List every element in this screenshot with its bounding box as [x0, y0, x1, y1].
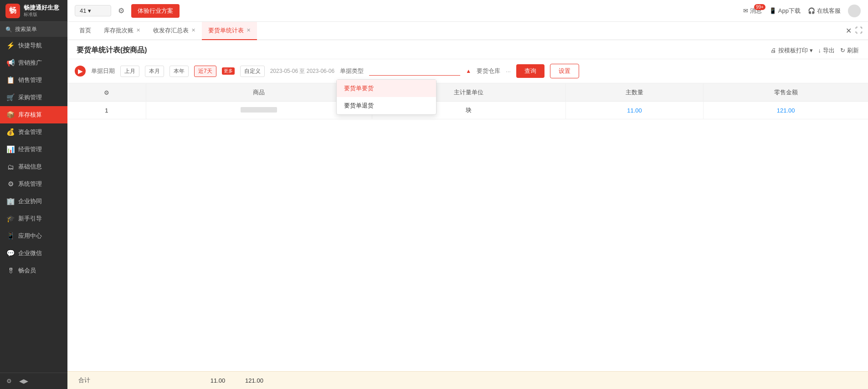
table-settings-icon[interactable]: ⚙: [104, 89, 109, 96]
data-table: ⚙ 商品 主计量单位 主数量 零售金额 1 块: [67, 84, 868, 119]
tab-receipt-summary[interactable]: 收发存汇总表 ✕: [147, 22, 202, 40]
warehouse-filter-dots[interactable]: ···: [506, 68, 511, 75]
app-download-btn[interactable]: 📱 App下载: [769, 7, 801, 15]
tab-receipt-summary-label: 收发存汇总表: [153, 26, 189, 35]
tab-inventory-batch[interactable]: 库存批次账 ✕: [98, 22, 147, 40]
selector-chevron-icon: ▾: [88, 7, 91, 14]
logo-main: 畅捷通好生意: [24, 4, 59, 12]
sidebar-item-marketing[interactable]: 📢 营销推广: [0, 54, 67, 72]
sidebar-item-label: 快捷导航: [18, 41, 42, 50]
sidebar-item-finance[interactable]: 💰 资金管理: [0, 123, 67, 141]
footer-quantity: 11.00: [200, 377, 236, 384]
sidebar-item-operations[interactable]: 📊 经营管理: [0, 141, 67, 158]
filter-expand-btn[interactable]: ▶: [75, 66, 86, 77]
tabs-close-all-icon[interactable]: ✕: [846, 26, 852, 35]
last-month-btn[interactable]: 上月: [120, 66, 139, 77]
purchase-icon: 🛒: [6, 93, 15, 102]
filter-settings-btn[interactable]: 设置: [550, 64, 579, 78]
table-header-row: ⚙ 商品 主计量单位 主数量 零售金额: [67, 84, 868, 102]
sidebar-item-label: 库存核算: [18, 111, 42, 119]
custom-date-btn[interactable]: 自定义: [240, 66, 265, 77]
sidebar-item-wechat[interactable]: 💬 企业微信: [0, 245, 67, 262]
dropdown-item-demand-order[interactable]: 要货单要货: [337, 80, 436, 97]
user-avatar[interactable]: [848, 5, 861, 17]
online-service-btn[interactable]: 🎧 在线客服: [808, 7, 841, 15]
page-header: 要货单统计表(按商品) 🖨 按模板打印 ▾ ↓ 导出 ↻ 刷新: [67, 40, 868, 59]
sidebar-item-app-center[interactable]: 📱 应用中心: [0, 227, 67, 245]
topbar-settings-btn[interactable]: ⚙: [115, 5, 128, 17]
tab-demand-summary[interactable]: 要货单统计表 ✕: [202, 22, 257, 40]
refresh-label: 刷新: [847, 46, 859, 55]
type-dropdown: 要货单要货 要货单退货: [336, 79, 437, 115]
sidebar-item-guide[interactable]: 🎓 新手引导: [0, 210, 67, 227]
sidebar-item-label: 企业微信: [18, 249, 42, 257]
operations-icon: 📊: [6, 145, 15, 154]
logo-sub: 标准版: [24, 11, 59, 17]
date-more-badge[interactable]: 更多: [222, 67, 235, 75]
this-month-btn[interactable]: 本月: [145, 66, 164, 77]
quick-nav-icon: ⚡: [6, 41, 15, 50]
last-7days-btn[interactable]: 近7天: [194, 66, 216, 77]
basic-info-icon: 🗂: [6, 163, 15, 171]
sidebar-item-vip[interactable]: 🎖 畅会员: [0, 262, 67, 279]
export-btn[interactable]: ↓ 导出: [818, 46, 835, 55]
product-placeholder: [241, 107, 277, 113]
refresh-btn[interactable]: ↻ 刷新: [840, 46, 859, 55]
query-btn[interactable]: 查询: [516, 64, 544, 78]
sidebar-search[interactable]: 🔍 搜索菜单: [0, 22, 67, 37]
sidebar-item-label: 系统管理: [18, 180, 42, 188]
sidebar-item-label: 基础信息: [18, 163, 42, 171]
vip-icon: 🎖: [6, 267, 15, 275]
print-icon: 🖨: [770, 47, 776, 54]
trial-btn[interactable]: 体验行业方案: [131, 4, 180, 18]
tab-home-label: 首页: [79, 26, 91, 35]
app-center-icon: 📱: [6, 232, 15, 240]
sidebar-item-quick-nav[interactable]: ⚡ 快捷导航: [0, 37, 67, 54]
sidebar-logo: 畅 畅捷通好生意 标准版: [0, 0, 67, 22]
search-label: 搜索菜单: [15, 26, 37, 33]
tab-receipt-summary-close[interactable]: ✕: [191, 27, 195, 33]
page-title: 要货单统计表(按商品): [77, 46, 147, 55]
sidebar-nav: ⚡ 快捷导航 📢 营销推广 📋 销售管理 🛒 采购管理 📦 库存核算 💰 资金管…: [0, 37, 67, 373]
sidebar-item-enterprise[interactable]: 🏢 企业协同: [0, 193, 67, 210]
message-btn[interactable]: ✉ 消息 99+: [743, 7, 762, 15]
export-icon: ↓: [818, 47, 822, 54]
service-icon: 🎧: [808, 7, 815, 14]
message-badge: 99+: [754, 4, 765, 10]
company-selector[interactable]: 41 ▾: [75, 5, 111, 16]
sidebar-collapse-btn[interactable]: ◀▶: [19, 378, 28, 384]
table-container: ⚙ 商品 主计量单位 主数量 零售金额 1 块: [67, 84, 868, 371]
topbar-left: 41 ▾ ⚙ 体验行业方案: [75, 4, 738, 18]
tabs-bar: 首页 库存批次账 ✕ 收发存汇总表 ✕ 要货单统计表 ✕ ✕ ⛶: [67, 22, 868, 40]
type-filter-toggle[interactable]: ▲: [466, 68, 471, 74]
sidebar-item-purchase[interactable]: 🛒 采购管理: [0, 89, 67, 106]
sidebar-item-basic-info[interactable]: 🗂 基础信息: [0, 158, 67, 175]
this-year-btn[interactable]: 本年: [169, 66, 189, 77]
tab-demand-summary-close[interactable]: ✕: [247, 27, 251, 33]
main-area: 41 ▾ ⚙ 体验行业方案 ✉ 消息 99+ 📱 App下载 🎧 在线客服: [67, 0, 868, 389]
sidebar-item-label: 销售管理: [18, 76, 42, 84]
sidebar-bottom: ⚙ ◀▶: [0, 373, 67, 389]
export-label: 导出: [823, 46, 835, 55]
sidebar-item-sales[interactable]: 📋 销售管理: [0, 72, 67, 89]
row-quantity[interactable]: 11.00: [565, 102, 703, 119]
sidebar: 畅 畅捷通好生意 标准版 🔍 搜索菜单 ⚡ 快捷导航 📢 营销推广 📋 销售管理…: [0, 0, 67, 389]
page-actions: 🖨 按模板打印 ▾ ↓ 导出 ↻ 刷新: [770, 46, 859, 55]
sidebar-item-system[interactable]: ⚙ 系统管理: [0, 175, 67, 193]
refresh-icon: ↻: [840, 47, 845, 54]
col-amount-header: 零售金额: [704, 84, 868, 102]
tab-inventory-batch-close[interactable]: ✕: [136, 27, 140, 33]
dropdown-item-demand-return[interactable]: 要货单退货: [337, 97, 436, 114]
sidebar-item-inventory[interactable]: 📦 库存核算: [0, 106, 67, 123]
print-template-label: 按模板打印: [778, 46, 808, 55]
sidebar-item-label: 采购管理: [18, 93, 42, 102]
type-filter-input[interactable]: [369, 67, 460, 76]
tab-home[interactable]: 首页: [73, 22, 98, 40]
row-amount[interactable]: 121.00: [704, 102, 868, 119]
sidebar-settings-btn[interactable]: ⚙: [6, 378, 12, 384]
tabs-expand-icon[interactable]: ⛶: [855, 26, 863, 35]
col-settings-header[interactable]: ⚙: [67, 84, 146, 102]
date-filter-label: 单据日期: [91, 67, 115, 75]
print-template-btn[interactable]: 🖨 按模板打印 ▾: [770, 46, 813, 55]
type-filter-label: 单据类型: [340, 67, 364, 75]
